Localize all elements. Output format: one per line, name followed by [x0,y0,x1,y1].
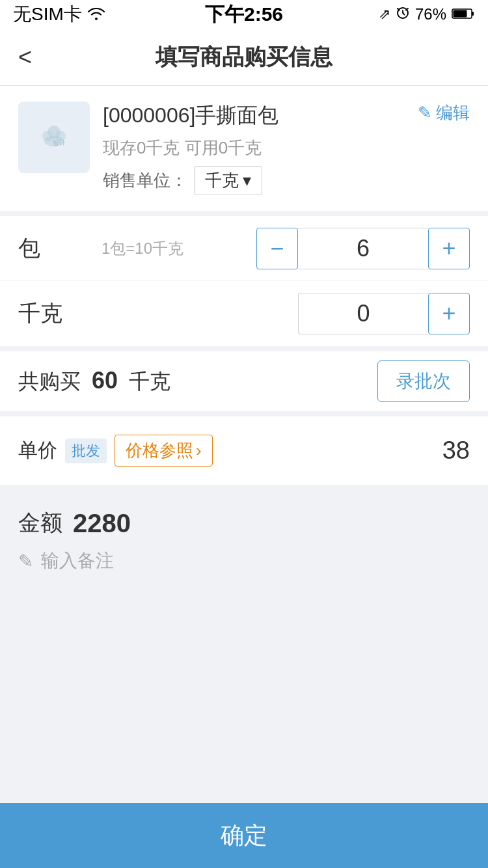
price-row: 单价 批发 价格参照 › 38 [18,435,470,467]
status-right: ⇗ 76% [379,5,475,23]
total-qty: 60 [92,367,118,394]
product-stock: 现存0千克 可用0千克 [103,137,470,159]
alarm-icon [396,5,410,23]
unit-select[interactable]: 千克 ▾ [194,166,262,195]
status-left: 无SIM卡 [13,2,105,27]
total-row: 共购买 60 千克 录批次 [0,351,488,416]
wifi-icon [87,4,105,25]
battery-icon [452,5,475,23]
product-thumbnail: 智计 [18,102,90,173]
price-value: 38 [442,437,470,465]
batch-button[interactable]: 录批次 [377,360,470,402]
status-time: 下午2:56 [205,1,283,28]
carrier-text: 无SIM卡 [13,2,82,27]
dropdown-icon: ▾ [243,170,251,191]
kg-plus-button[interactable]: + [428,293,470,334]
product-unit-row: 销售单位： 千克 ▾ [103,166,470,195]
battery-text: 76% [415,5,446,23]
bao-controls: − + [256,228,470,269]
confirm-button[interactable]: 确定 [0,803,488,868]
edit-icon: ✎ [418,103,432,123]
unit-label: 销售单位： [103,169,187,192]
bottom-area [0,573,488,834]
input-section: 包 1包=10千克 − + 千克 + [0,216,488,351]
edit-button[interactable]: ✎ 编辑 [418,102,470,124]
price-ref-arrow: › [196,441,202,461]
total-label: 共购买 [18,370,81,393]
bao-plus-button[interactable]: + [428,228,470,269]
product-card: 智计 [0000006]手撕面包 ✎ 编辑 现存0千克 可用0千克 销售单位： … [0,86,488,216]
remark-pencil-icon: ✎ [18,550,33,572]
total-unit: 千克 [129,370,170,393]
price-section: 单价 批发 价格参照 › 38 [0,416,488,490]
svg-rect-3 [454,10,467,18]
kg-label: 千克 [18,299,96,329]
kg-input[interactable] [298,293,428,334]
remark-row[interactable]: ✎ 输入备注 [18,549,470,573]
svg-rect-2 [472,12,474,16]
amount-value: 2280 [73,509,131,538]
bao-minus-button[interactable]: − [256,228,298,269]
amount-row: 金额 2280 [18,508,470,538]
amount-label: 金额 [18,508,62,538]
price-ref-label: 价格参照 [126,439,193,462]
nav-bar: < 填写商品购买信息 [0,29,488,86]
unit-value: 千克 [205,169,239,192]
bao-input[interactable] [298,228,428,269]
kg-controls: + [298,293,470,334]
bao-sublabel: 1包=10千克 [102,238,183,259]
svg-text:智计: 智计 [53,139,66,146]
price-label: 单价 [18,437,57,464]
price-ref-button[interactable]: 价格参照 › [115,435,213,467]
total-text: 共购买 60 千克 [18,367,170,396]
page-title: 填写商品购买信息 [156,42,332,72]
remark-text: 输入备注 [41,549,114,573]
status-bar: 无SIM卡 下午2:56 ⇗ 76% [0,0,488,29]
bao-row: 包 1包=10千克 − + [0,216,488,281]
product-info: [0000006]手撕面包 ✎ 编辑 现存0千克 可用0千克 销售单位： 千克 … [103,102,470,195]
back-button[interactable]: < [18,44,32,71]
edit-label: 编辑 [436,102,470,124]
kg-row: 千克 + [0,281,488,346]
bao-label: 包 [18,234,96,264]
amount-section: 金额 2280 ✎ 输入备注 [0,490,488,573]
price-left: 单价 批发 价格参照 › [18,435,213,467]
location-icon: ⇗ [379,6,390,23]
price-tag: 批发 [65,439,107,463]
product-name: [0000006]手撕面包 [103,102,278,130]
